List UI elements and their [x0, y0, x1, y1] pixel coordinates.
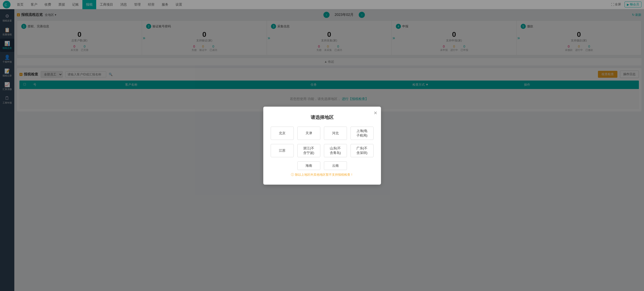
region-btn-shandong[interactable]: 山东(不含青岛) — [324, 144, 347, 157]
dialog-title: 请选择地区 — [274, 114, 371, 120]
dialog-overlay: ✕ 请选择地区 北京 天津 河北 上海(电子税局) 江苏 浙江(不含宁波) 山东… — [0, 0, 644, 291]
warning-message: 除以上地区外其他地区暂不支持报税检查！ — [295, 173, 353, 177]
region-btn-jiangsu[interactable]: 江苏 — [271, 144, 294, 157]
region-row-2: 江苏 浙江(不含宁波) 山东(不含青岛) 广东(不含深圳) — [271, 144, 374, 157]
warning-icon: ⓘ — [291, 173, 294, 177]
region-btn-yunnan[interactable]: 云南 — [324, 161, 347, 170]
region-btn-hainan[interactable]: 海南 — [297, 161, 320, 170]
region-btn-shanghai[interactable]: 上海(电子税局) — [351, 127, 374, 140]
region-btn-beijing[interactable]: 北京 — [271, 127, 294, 140]
region-row-1: 北京 天津 河北 上海(电子税局) — [271, 127, 374, 140]
warning-text: ⓘ 除以上地区外其他地区暂不支持报税检查！ — [274, 173, 371, 177]
region-btn-guangdong[interactable]: 广东(不含深圳) — [351, 144, 374, 157]
region-btn-hebei[interactable]: 河北 — [324, 127, 347, 140]
region-btn-tianjin[interactable]: 天津 — [297, 127, 320, 140]
region-grid: 北京 天津 河北 上海(电子税局) 江苏 浙江(不含宁波) 山东(不含青岛) 广… — [274, 127, 371, 170]
region-btn-zhejiang[interactable]: 浙江(不含宁波) — [297, 144, 320, 157]
region-select-dialog: ✕ 请选择地区 北京 天津 河北 上海(电子税局) 江苏 浙江(不含宁波) 山东… — [263, 107, 381, 185]
dialog-close-btn[interactable]: ✕ — [374, 110, 377, 116]
region-row-3: 海南 云南 — [297, 161, 347, 170]
